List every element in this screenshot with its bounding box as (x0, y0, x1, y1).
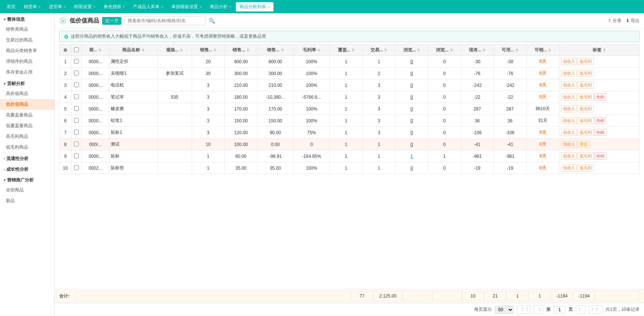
first-page-btn[interactable]: 〈〈 (517, 305, 531, 314)
cell-checkbox[interactable] (71, 139, 82, 150)
browse-link[interactable]: 0 (410, 106, 413, 112)
export-btn[interactable]: ⬇ 导出 (626, 18, 640, 24)
row-checkbox[interactable] (74, 118, 79, 123)
row-checkbox[interactable] (74, 82, 79, 87)
browse-link[interactable]: 0 (410, 130, 413, 135)
nav-product-analysis-list[interactable]: 商品分析列表 × (236, 2, 274, 11)
cell-b1[interactable]: 1 (395, 150, 428, 162)
nav-close-icon[interactable]: × (229, 5, 231, 9)
sidebar-item-new-products[interactable]: 新品 (0, 196, 54, 206)
cell-b1[interactable]: 0 (395, 139, 428, 150)
browse-link[interactable]: 0 (410, 166, 413, 171)
sort-icon[interactable]: ⇅ (516, 48, 519, 52)
browse-link[interactable]: 0 (410, 83, 413, 88)
row-checkbox[interactable] (74, 142, 79, 146)
cell-checkbox[interactable] (71, 162, 82, 174)
sort-icon[interactable]: ⇅ (548, 48, 551, 52)
sidebar-collapse-btn[interactable]: « (59, 17, 67, 24)
last-page-btn[interactable]: 〉〉 (588, 305, 603, 314)
cell-b1[interactable]: 0 (395, 127, 428, 139)
nav-role-auth[interactable]: 角色授权 × (100, 2, 129, 11)
cell-checkbox[interactable] (71, 150, 82, 162)
cell-b1[interactable]: 0 (395, 56, 428, 68)
table-container[interactable]: ⚙ 商... ⇅ 商品名称 ⇅ 规格... ⇅ 销售... ⇅ 销售... ⇅ … (55, 44, 644, 289)
nav-close-icon[interactable]: × (38, 5, 41, 9)
sidebar-item-high-margin[interactable]: 高毛利商品 (0, 131, 54, 142)
cell-b1[interactable]: 0 (395, 68, 428, 79)
sidebar-item-low-margin[interactable]: 低毛利商品 (0, 142, 54, 153)
sidebar-item-sales-products[interactable]: 销售类商品 (0, 24, 54, 35)
row-checkbox[interactable] (74, 165, 79, 170)
row-checkbox[interactable] (74, 94, 79, 99)
sidebar-group-marketing[interactable]: ▾ 营销推广分析 (0, 174, 54, 185)
sidebar-group-overall[interactable]: ▾ 整体信息 (0, 13, 54, 24)
sort-icon[interactable]: ⇅ (603, 48, 606, 52)
cell-b1[interactable]: 0 (395, 115, 428, 127)
sort-icon[interactable]: ⇅ (180, 48, 183, 52)
period-tag-btn[interactable]: 近一月 (102, 17, 121, 25)
page-size-select[interactable]: 50 100 (495, 306, 514, 314)
browse-link[interactable]: 1 (410, 154, 413, 159)
sort-icon[interactable]: ⇅ (450, 48, 453, 52)
cell-b1[interactable]: 0 (395, 91, 428, 103)
cell-checkbox[interactable] (71, 56, 82, 68)
sort-icon[interactable]: ⇅ (246, 48, 249, 52)
nav-template-settings[interactable]: 单据模板设置 × (168, 2, 205, 11)
cell-checkbox[interactable] (71, 115, 82, 127)
browse-link[interactable]: 0 (410, 95, 413, 100)
sidebar-group-growth[interactable]: › 成长性分析 (0, 163, 54, 174)
cell-checkbox[interactable] (71, 103, 82, 115)
sort-icon[interactable]: ⇅ (98, 48, 101, 52)
sort-icon[interactable]: ⇅ (281, 48, 284, 52)
sort-icon[interactable]: ⇅ (483, 48, 486, 52)
nav-product-entry[interactable]: 产成品入库单 × (129, 2, 167, 11)
row-checkbox[interactable] (74, 59, 79, 64)
cell-b1[interactable]: 0 (395, 79, 428, 91)
nav-close-icon[interactable]: × (64, 5, 66, 9)
nav-sales-order[interactable]: 销货单 × (20, 2, 44, 11)
nav-close-icon[interactable]: × (199, 5, 202, 9)
search-icon[interactable]: 🔍 (209, 18, 215, 24)
nav-product-analysis[interactable]: 商品分析 × (206, 2, 235, 11)
nav-close-icon[interactable]: × (161, 5, 163, 9)
row-checkbox[interactable] (74, 130, 79, 135)
sidebar-item-low-value[interactable]: 低价值商品 (0, 99, 54, 110)
nav-close-icon[interactable]: × (123, 5, 125, 9)
row-checkbox[interactable] (74, 106, 79, 111)
th-settings[interactable]: ⚙ (60, 45, 71, 56)
prev-page-btn[interactable]: 〈 (534, 305, 543, 314)
nav-close-icon[interactable]: × (93, 5, 95, 9)
sort-icon[interactable]: ⇅ (141, 48, 144, 52)
nav-home[interactable]: 首页 (3, 2, 19, 11)
nav-permission[interactable]: 权限设置 × (70, 2, 99, 11)
share-btn[interactable]: ⇪ 分享 (608, 18, 621, 24)
nav-purchase-order[interactable]: 进货单 × (45, 2, 70, 11)
browse-link[interactable]: 0 (410, 71, 413, 76)
sidebar-item-low-coverage[interactable]: 低覆盖量商品 (0, 120, 54, 131)
row-checkbox[interactable] (74, 71, 79, 75)
th-checkbox[interactable] (71, 45, 82, 56)
sidebar-group-contribution[interactable]: ▾ 贡献分析 (0, 78, 54, 88)
sidebar-item-high-value[interactable]: 高价值商品 (0, 88, 54, 99)
search-input[interactable] (124, 16, 206, 25)
sort-icon[interactable]: ⇅ (317, 48, 320, 52)
sort-icon[interactable]: ⇅ (214, 48, 217, 52)
row-checkbox[interactable] (74, 153, 79, 158)
cell-b1[interactable]: 0 (395, 103, 428, 115)
sort-icon[interactable]: ⇅ (352, 48, 355, 52)
cell-checkbox[interactable] (71, 79, 82, 91)
nav-close-icon[interactable]: × (268, 5, 270, 9)
select-all-checkbox[interactable] (74, 47, 79, 52)
page-input[interactable] (554, 306, 566, 313)
sidebar-item-all-products[interactable]: 全部商品 (0, 185, 54, 196)
cell-checkbox[interactable] (71, 68, 82, 79)
sort-icon[interactable]: ⇅ (417, 48, 420, 52)
cell-b1[interactable]: 0 (395, 162, 428, 174)
cell-checkbox[interactable] (71, 127, 82, 139)
browse-link[interactable]: 0 (410, 118, 413, 123)
sort-icon[interactable]: ⇅ (384, 48, 387, 52)
browse-link[interactable]: 0 (410, 142, 413, 147)
sidebar-item-inventory-capital[interactable]: 库存资金占用 (0, 67, 54, 78)
sidebar-item-category-rate[interactable]: 商品分类销售率 (0, 45, 54, 56)
cell-checkbox[interactable] (71, 91, 82, 103)
